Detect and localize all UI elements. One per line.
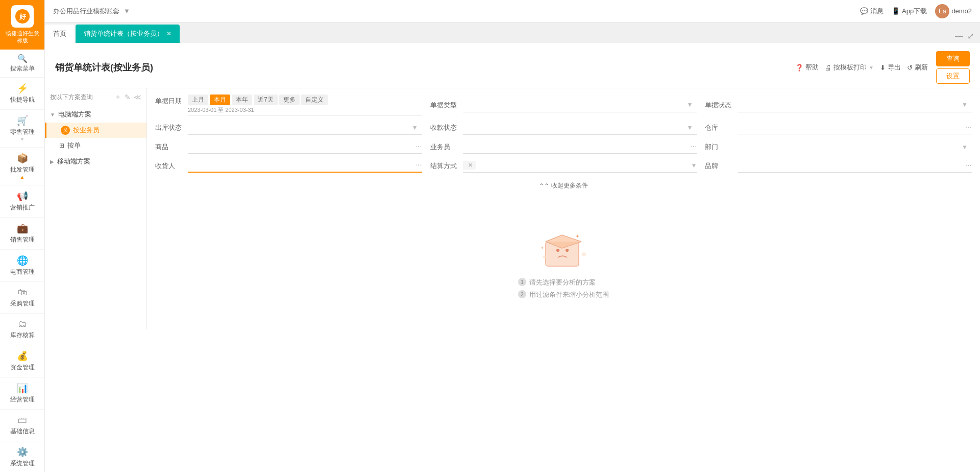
department-select[interactable]: ▼ (738, 140, 972, 154)
tree-item-order[interactable]: ⊞ 按单 (45, 138, 146, 153)
logo-text: 畅捷通好生意 标版 (3, 30, 41, 44)
brand-dots[interactable]: ··· (965, 161, 972, 170)
sidebar-item-quicknav[interactable]: ⚡ 快捷导航 (0, 78, 44, 110)
edit-scheme-icon[interactable]: ✎ (125, 93, 131, 101)
left-panel-title: 按以下方案查询 (50, 93, 93, 102)
sidebar-item-finance[interactable]: 💰 资金管理 (0, 345, 44, 377)
warehouse-input[interactable]: ··· (738, 121, 972, 134)
doc-type-select[interactable]: ▼ (463, 98, 697, 112)
sidebar-item-label: 快捷导航 (10, 96, 35, 104)
filter-consignee: 收货人 ··· (155, 159, 422, 173)
dropdown-icon[interactable]: ▼ (124, 7, 130, 15)
sidebar-item-operations[interactable]: 📊 经营管理 (0, 377, 44, 410)
sales-icon: 💼 (17, 223, 28, 234)
brand-input[interactable]: ··· (738, 159, 972, 173)
export-btn[interactable]: ⬇ 导出 (880, 63, 901, 72)
hint-num-1: 1 (518, 278, 526, 286)
svg-text:好: 好 (18, 13, 26, 20)
hint-num-2: 2 (518, 290, 526, 298)
sidebar-item-inventory[interactable]: 🗂 库存核算 (0, 314, 44, 345)
filter-doc-status: 单据状态 ▼ (705, 95, 972, 115)
warehouse-dots[interactable]: ··· (965, 123, 972, 132)
sidebar-item-system[interactable]: ⚙️ 系统管理 (0, 441, 44, 472)
sidebar-item-purchase[interactable]: 🛍 采购管理 (0, 282, 44, 314)
settlement-clear-btn[interactable]: ✕ (468, 162, 473, 169)
date-btn-last-month[interactable]: 上月 (188, 95, 208, 105)
query-button[interactable]: 查询 (936, 51, 970, 66)
template-print-btn[interactable]: 🖨 按模板打印 ▼ (825, 63, 874, 72)
date-btn-more[interactable]: 更多 (279, 95, 300, 105)
department-label: 部门 (705, 143, 733, 152)
doc-status-select[interactable]: ▼ (738, 98, 972, 112)
consignee-dots[interactable]: ··· (415, 160, 422, 170)
logo-icon: 好 (11, 5, 34, 28)
settlement-input[interactable]: ✕ ▼ (463, 159, 697, 173)
retail-icon: 🛒 (17, 115, 28, 126)
add-scheme-icon[interactable]: ＋ (114, 92, 121, 102)
date-btn-7days[interactable]: 近7天 (254, 95, 278, 105)
date-btn-this-year[interactable]: 本年 (232, 95, 252, 105)
date-btn-custom[interactable]: 自定义 (301, 95, 328, 105)
sidebar-item-basic[interactable]: 🗃 基础信息 (0, 410, 44, 441)
doc-type-label: 单据类型 (430, 101, 459, 110)
tree-item-salesman[interactable]: 员 按业务员 (45, 123, 146, 138)
empty-text-area: 1 请先选择要分析的方案 2 用过滤条件来缩小分析范围 (518, 278, 609, 302)
product-input[interactable]: ··· (188, 140, 422, 154)
product-dots[interactable]: ··· (415, 142, 422, 151)
sidebar: 好 畅捷通好生意 标版 🔍 搜索菜单 ⚡ 快捷导航 🛒 零售管理 ▼ 📦 批发管… (0, 0, 45, 472)
message-btn[interactable]: 💬 消息 (860, 7, 884, 16)
user-area[interactable]: Ea demo2 (935, 4, 972, 18)
refresh-btn[interactable]: ↺ 刷新 (907, 63, 928, 72)
sidebar-item-label: 零售管理 (10, 128, 35, 136)
empty-hint-2: 2 用过滤条件来缩小分析范围 (518, 290, 609, 299)
tree-mobile-label: 移动端方案 (57, 157, 90, 166)
tab-home-label: 首页 (53, 29, 66, 38)
svg-point-7 (543, 255, 546, 258)
app-download-btn[interactable]: 📱 App下载 (892, 7, 927, 16)
sidebar-item-label: 基础信息 (10, 427, 35, 436)
left-panel: 按以下方案查询 ＋ ✎ ≪ ▼ 电脑端方案 员 (45, 88, 147, 329)
date-label: 单据日期 (155, 95, 184, 106)
salesman-dots[interactable]: ··· (690, 142, 697, 151)
sidebar-item-retail[interactable]: 🛒 零售管理 ▼ (0, 110, 44, 148)
print-icon: 🖨 (825, 64, 831, 72)
sidebar-search[interactable]: 🔍 搜索菜单 (0, 50, 44, 78)
receipt-status-select[interactable]: ▼ (463, 121, 697, 135)
tree-pc-header[interactable]: ▼ 电脑端方案 (45, 106, 146, 123)
consignee-input[interactable]: ··· (188, 159, 422, 173)
refresh-label: 刷新 (915, 63, 928, 72)
sidebar-item-wholesale[interactable]: 📦 批发管理 ▲ (0, 148, 44, 185)
settlement-arrow: ▼ (691, 162, 697, 169)
help-btn[interactable]: ❓ 帮助 (795, 63, 819, 72)
out-status-select[interactable]: ▼ (188, 121, 422, 135)
tab-minimize-btn[interactable]: — (955, 32, 963, 41)
tab-maximize-btn[interactable]: ⤢ (967, 31, 974, 41)
date-btn-this-month[interactable]: 本月 (210, 95, 230, 105)
sidebar-item-marketing[interactable]: 📢 营销推广 (0, 185, 44, 218)
settlement-tag: ✕ (463, 161, 476, 170)
svg-text:✦: ✦ (541, 246, 544, 250)
template-print-label: 按模板打印 (834, 63, 867, 72)
breadcrumb-text: 办公用品行业模拟账套 (53, 7, 119, 16)
collapse-button[interactable]: ⌃⌃ 收起更多条件 (539, 181, 588, 190)
sidebar-item-sales[interactable]: 💼 销售管理 (0, 218, 44, 250)
svg-text:✦: ✦ (575, 233, 579, 239)
quicknav-icon: ⚡ (17, 83, 28, 94)
empty-state: ✦ ✦ 1 请先选择要分析的方案 2 (155, 193, 972, 323)
tab-home[interactable]: 首页 (45, 25, 75, 43)
collapse-label: 收起更多条件 (551, 181, 588, 190)
tab-sales-stat[interactable]: 销货单统计表（按业务员） ✕ (76, 25, 180, 43)
settings-button[interactable]: 设置 (936, 68, 970, 84)
export-icon: ⬇ (880, 64, 886, 72)
collapse-left-icon[interactable]: ≪ (134, 93, 141, 101)
salesman-input[interactable]: ··· (463, 140, 697, 154)
sidebar-item-ecom[interactable]: 🌐 电商管理 (0, 250, 44, 282)
user-name: demo2 (951, 7, 972, 15)
inventory-icon: 🗂 (18, 319, 27, 329)
tree-salesman-label: 按业务员 (73, 126, 100, 135)
settlement-label: 结算方式 (430, 161, 459, 171)
tree-mobile-header[interactable]: ▶ 移动端方案 (45, 153, 146, 170)
filter-brand: 品牌 ··· (705, 159, 972, 173)
tab-close-icon[interactable]: ✕ (166, 30, 172, 37)
topbar-right: 💬 消息 📱 App下载 Ea demo2 (860, 4, 972, 18)
